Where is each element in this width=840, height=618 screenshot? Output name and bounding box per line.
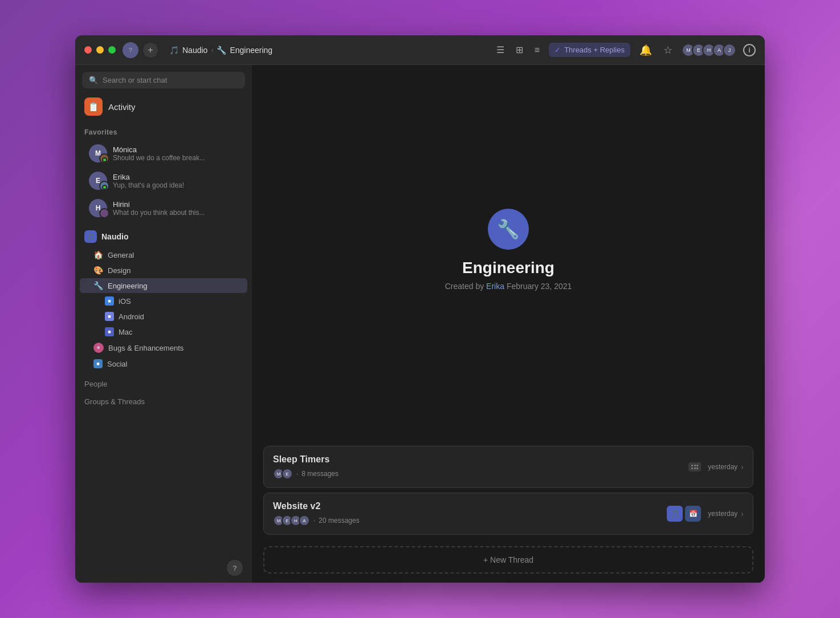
menu-icon[interactable]: ≡ [532, 43, 542, 58]
members-avatars[interactable]: M E H A J [682, 43, 736, 57]
channel-engineering[interactable]: 🔧 Engineering [80, 278, 247, 293]
ios-icon: ■ [105, 296, 114, 306]
channel-header-area: 🔧 Engineering Created by Erika February … [252, 65, 765, 446]
info-button[interactable]: i [743, 44, 756, 56]
favorite-erika[interactable]: E Erika Yup, that's a good idea! [80, 168, 247, 194]
search-bar[interactable]: 🔍 Search or start chat [82, 72, 245, 88]
hirini-avatar-secondary [99, 208, 109, 218]
workspace-section: 🎵 Naudio 🏠 General 🎨 Design 🔧 Engineerin… [75, 226, 252, 372]
website-v2-time: yesterday [708, 510, 737, 518]
search-placeholder: Search or start chat [103, 76, 167, 84]
add-button[interactable]: + [143, 43, 158, 58]
bugs-label: Bugs & Enhancements [108, 344, 184, 352]
thread-sleep-timers-avatars: M E [273, 468, 293, 479]
hirini-preview: What do you think about this... [113, 209, 238, 217]
close-button[interactable] [84, 46, 92, 54]
activity-icon: 📋 [84, 97, 103, 116]
favorites-section-label: Favorites [75, 120, 252, 140]
check-icon: ✓ [554, 46, 561, 54]
engineering-icon: 🔧 [93, 281, 103, 290]
star-icon[interactable]: ☆ [661, 42, 675, 59]
main-content: 🔧 Engineering Created by Erika February … [252, 65, 765, 583]
website-v2-dot: · [313, 517, 315, 525]
list-view-icon[interactable]: ☰ [494, 42, 507, 58]
social-label: Social [107, 360, 127, 368]
dot-5 [694, 467, 696, 469]
grid-view-icon[interactable]: ⊞ [513, 42, 525, 58]
thread-website-v2-info: Website v2 M E H A · 20 messages [273, 501, 667, 526]
monica-preview: Should we do a coffee break... [113, 154, 238, 162]
main-area: 🔍 Search or start chat 📋 Activity Favori… [75, 65, 765, 583]
channel-subtitle: Created by Erika February 23, 2021 [445, 282, 572, 291]
erika-avatar: E [89, 172, 107, 190]
workspace-label-item[interactable]: 🎵 Naudio [75, 226, 252, 247]
design-icon: 🎨 [93, 266, 103, 275]
thread-website-v2-avatars: M E H A [273, 515, 310, 526]
erika-preview: Yup, that's a good idea! [113, 181, 238, 189]
activity-label: Activity [108, 102, 136, 112]
general-label: General [108, 251, 134, 259]
workspace-name[interactable]: Naudio [182, 46, 207, 55]
monica-online-indicator [102, 157, 107, 162]
help-button[interactable]: ? [227, 560, 243, 576]
hirini-name: Hirini [113, 200, 238, 209]
channel-icon-small: 🔧 [217, 46, 226, 55]
website-v2-count: 20 messages [319, 517, 359, 525]
titlebar: ? + 🎵 Naudio › 🔧 Engineering ☰ ⊞ ≡ ✓ Thr… [75, 35, 765, 65]
threads-replies-button[interactable]: ✓ Threads + Replies [549, 43, 630, 57]
erika-online-indicator [102, 185, 107, 190]
sidebar: 🔍 Search or start chat 📋 Activity Favori… [75, 65, 252, 583]
new-thread-label: + New Thread [483, 555, 533, 564]
activity-item[interactable]: 📋 Activity [75, 93, 252, 120]
website-v2-chevron: › [741, 509, 744, 518]
threads-area: Sleep Timers M E · 8 messages [252, 446, 765, 546]
sleep-timers-dot: · [296, 470, 298, 478]
thread-sleep-timers-info: Sleep Timers M E · 8 messages [273, 454, 688, 479]
channel-ios[interactable]: ■ iOS [80, 294, 247, 308]
channel-mac[interactable]: ■ Mac [80, 324, 247, 339]
sleep-timers-count: 8 messages [301, 470, 339, 478]
mac-label: Mac [119, 328, 133, 336]
app-window: ? + 🎵 Naudio › 🔧 Engineering ☰ ⊞ ≡ ✓ Thr… [75, 35, 765, 583]
people-section[interactable]: People [75, 372, 252, 392]
workspace-name-label: Naudio [101, 232, 128, 241]
user-avatar[interactable]: ? [123, 42, 138, 58]
dot-4 [691, 467, 693, 469]
sleep-av-2: E [282, 468, 293, 479]
channel-general[interactable]: 🏠 General [80, 247, 247, 262]
channel-creator[interactable]: Erika [486, 282, 504, 291]
web-av-4: A [299, 515, 310, 526]
channel-design[interactable]: 🎨 Design [80, 263, 247, 278]
thread-website-v2[interactable]: Website v2 M E H A · 20 messages [263, 493, 753, 535]
bell-icon[interactable]: 🔔 [637, 42, 654, 59]
website-v2-icons: 🎵 📅 [667, 506, 701, 522]
channel-date: February 23, 2021 [507, 282, 572, 291]
channel-title: Engineering [462, 259, 554, 277]
minimize-button[interactable] [96, 46, 104, 54]
channel-android[interactable]: ■ Android [80, 309, 247, 324]
message-icon-box [688, 462, 701, 471]
sleep-timers-icons [688, 462, 701, 471]
threads-replies-label: Threads + Replies [564, 46, 625, 54]
thread-website-v2-name: Website v2 [273, 501, 667, 511]
maximize-button[interactable] [108, 46, 116, 54]
dot-6 [696, 467, 698, 469]
groups-section[interactable]: Groups & Threads [75, 392, 252, 409]
subtitle-pre: Created by [445, 282, 484, 291]
channel-social[interactable]: ■ Social [80, 356, 247, 371]
ios-label: iOS [119, 297, 131, 306]
favorite-hirini[interactable]: H Hirini What do you think about this... [80, 195, 247, 221]
channel-name-breadcrumb[interactable]: Engineering [230, 46, 272, 55]
thread-sleep-timers[interactable]: Sleep Timers M E · 8 messages [263, 446, 753, 488]
new-thread-button[interactable]: + New Thread [263, 546, 753, 574]
favorite-monica[interactable]: M Mónica Should we do a coffee break... [80, 140, 247, 166]
channel-bugs[interactable]: ✳ Bugs & Enhancements [80, 340, 247, 356]
android-label: Android [119, 312, 144, 321]
monica-name: Mónica [113, 145, 238, 154]
avatar-5: J [723, 43, 736, 57]
breadcrumb-separator: › [211, 46, 213, 54]
thread-website-v2-meta: M E H A · 20 messages [273, 515, 667, 526]
message-dot-grid [691, 465, 698, 469]
dot-1 [691, 465, 693, 466]
hirini-avatar: H [89, 199, 107, 217]
